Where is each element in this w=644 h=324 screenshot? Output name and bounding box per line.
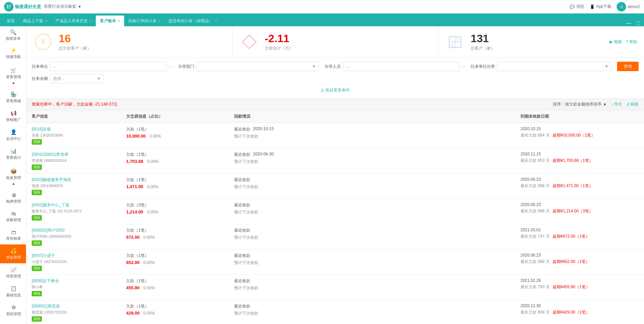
overdue-amount-7[interactable]: 超期¥429.00（1笔）	[553, 310, 590, 315]
unit-category-select[interactable]: ▼	[497, 62, 612, 71]
sidebar-item-batch-mgmt[interactable]: 📦 批发管理 ▲	[0, 165, 26, 189]
messages-btn[interactable]: 💬 消息	[570, 4, 584, 9]
collapse-icon: ⋀	[321, 88, 324, 93]
help-btn[interactable]: ? 帮助	[626, 39, 637, 45]
maximize-icon[interactable]: □	[635, 20, 641, 26]
customer-name-6[interactable]: [0006]去下粮仓	[32, 278, 126, 284]
stats-row: ¥ 16 总欠款客户（家） -2.11 欠款合计（万）	[26, 26, 644, 58]
sys-icon: ⚙	[11, 304, 16, 311]
sidebar-item-basic-info[interactable]: 📋 基础信息	[0, 282, 26, 301]
overdue-amount-1[interactable]: 超期¥1,703.68（1笔）	[553, 158, 593, 164]
customer-name-4[interactable]: [000002]用户2050	[32, 228, 126, 233]
customer-name-1[interactable]: [0001020001]李老师	[32, 152, 126, 157]
debt-amount-3[interactable]: 1,214.00	[126, 209, 143, 214]
sidebar-item-ops-mgmt[interactable]: 📈 经营管理	[0, 263, 26, 282]
debt-amount-0[interactable]: 10,000.00	[126, 134, 146, 139]
manager-input[interactable]	[343, 62, 459, 71]
sidebar-item-quick-nav[interactable]: ⚡ 快捷导航	[0, 44, 26, 63]
sidebar-item-ecommerce[interactable]: 🖥 电商管理	[0, 189, 26, 207]
debt-amount-4[interactable]: 672.00	[126, 235, 140, 240]
close-icon[interactable]: ×	[215, 19, 217, 23]
from-unit-input[interactable]	[50, 62, 167, 71]
customer-name-5[interactable]: [0007]小进干	[32, 253, 126, 259]
mall-icon: 🏪	[10, 91, 17, 97]
header-customer-info: 客户信息	[32, 114, 126, 119]
refresh-btn[interactable]: ↺ 刷新	[626, 101, 639, 107]
overdue-amount-3[interactable]: 超期¥1,214.00（3笔）	[553, 208, 593, 214]
tab-products-online[interactable]: 商品上下架 ×	[19, 16, 51, 26]
debt-amount-7[interactable]: 429.00	[126, 311, 140, 316]
department-select[interactable]: ▼	[196, 62, 319, 71]
debt-amount-5[interactable]: 652.00	[126, 260, 140, 265]
svg-rect-4	[452, 41, 455, 48]
filter-manager: 分管人员 ···	[325, 62, 466, 71]
overdue-amount-5[interactable]: 超期¥652.00（1笔）	[553, 259, 590, 265]
sidebar-search[interactable]: 🔍 搜索菜单	[0, 26, 26, 44]
manager-dots[interactable]: ···	[461, 64, 466, 69]
customer-info-5: [0007]小进干 小进干 18279152100 现销	[32, 253, 126, 271]
overdue-info-0: 最长欠款 884 天 超期¥10,000.00（1笔）	[521, 132, 639, 138]
customer-name-2[interactable]: [0003]畅捷服务尹海燕	[32, 177, 126, 183]
sidebar-item-sys-mgmt[interactable]: ⚙ 系统管理	[0, 301, 26, 320]
debt-amount-2[interactable]: 1,471.00	[126, 184, 143, 189]
sidebar-item-member-center[interactable]: 👤 会员中心	[0, 126, 26, 145]
export-btn[interactable]: ↑ 导出	[611, 101, 622, 107]
tab-customer-account[interactable]: 客户账本 ×	[96, 16, 124, 26]
sidebar-item-retail-stat[interactable]: 📊 零售统计	[0, 145, 26, 164]
customer-name-3[interactable]: [0002]服务中心_丁磊	[32, 202, 126, 208]
video-help-btn[interactable]: ▶ 视频	[610, 39, 622, 45]
minimize-icon[interactable]: —	[624, 20, 633, 26]
tab-home[interactable]: 首页	[3, 16, 19, 26]
last-pay-row-3: 最近收款	[234, 202, 521, 208]
debt-amount-6[interactable]: 455.90	[126, 285, 140, 290]
results-bar: 搜索结果中，客户16家，欠款金额 -21,148.07元 排序：按欠款金额倒序排…	[26, 99, 644, 110]
query-button[interactable]: 查询	[617, 62, 639, 71]
collapse-row[interactable]: ⋀ 收起更多条件	[32, 86, 639, 94]
customer-tag-2: 现销	[32, 190, 42, 195]
overdue-amount-0[interactable]: 超期¥10,000.00（1笔）	[553, 132, 595, 138]
close-icon[interactable]: ×	[118, 19, 120, 23]
customer-info-7: [000001]黄思源 黄思源 13552700226 现销	[32, 303, 126, 322]
date-info-1: 2020.11.15 最长欠款 853 天 超期¥1,703.68（1笔）	[521, 152, 639, 164]
sidebar-item-purchase-mgmt[interactable]: 🛍 采购管理	[0, 207, 26, 226]
stat-text-debt-customers: 16 总欠款客户（家）	[59, 32, 91, 51]
last-pay-row-6: 最近收款	[234, 278, 521, 284]
debt-amount-1[interactable]: 1,703.68	[126, 159, 143, 164]
brand-name: 畅捷通好生意	[15, 4, 41, 10]
overdue-amount-6[interactable]: 超期¥455.90（1笔）	[553, 284, 590, 290]
close-icon[interactable]: ×	[159, 19, 161, 23]
sidebar-item-enterprise[interactable]: 🏢 企业协同	[0, 320, 26, 324]
industry-select[interactable]: 母婴行业演示账套 ▼	[44, 4, 82, 9]
user-avatar-area[interactable]: d demo2	[617, 2, 640, 11]
app-download-btn[interactable]: 📱 App下载	[590, 4, 611, 9]
return-info-6: 最近收款 预计下次收款	[234, 278, 521, 292]
sidebar-item-marketing[interactable]: 📢 营销推广	[0, 107, 26, 126]
overdue-info-6: 最长欠款 750 天 超期¥455.90（1笔）	[521, 284, 639, 290]
customer-contact-1: 李老师 18600391516	[32, 158, 126, 163]
return-info-7: 最近收款 预计下次收款	[234, 303, 521, 318]
close-icon[interactable]: ×	[90, 19, 92, 23]
date-info-4: 2021.03.01 最长欠款 747 天 超期¥672.00（1笔）	[521, 228, 639, 239]
tab-product-history[interactable]: 产成品入库单历史 ×	[51, 16, 96, 26]
sort-control[interactable]: 排序：按欠款金额倒序排序 ▼	[553, 101, 607, 107]
table-row: [0001020001]李老师 李老师 18600391516 现销 欠款（1笔…	[26, 148, 644, 174]
sidebar-item-finance[interactable]: 💰 资金管理	[0, 244, 26, 263]
customer-name-7[interactable]: [000001]黄思源	[32, 303, 126, 309]
logo-area: 好 畅捷通好生意	[4, 2, 41, 11]
debt-info-1: 欠款（1笔） 1,703.68 0.00%	[126, 152, 234, 164]
overdue-amount-2[interactable]: 超期¥1,471.00（1笔）	[553, 183, 593, 189]
tab-goods-stat[interactable]: 进货单统计表（按商品） ×	[164, 16, 221, 26]
overdue-amount-4[interactable]: 超期¥672.00（1笔）	[553, 234, 590, 239]
from-unit-dots[interactable]: ···	[169, 64, 173, 69]
customer-tag-6: 现销	[32, 291, 42, 296]
balance-select[interactable]: 选择... ▼	[50, 74, 104, 83]
close-icon[interactable]: ×	[45, 19, 47, 23]
sidebar-item-inventory[interactable]: 🗃 库存核算	[0, 226, 26, 244]
sidebar-item-retail-mall[interactable]: 🏪 零售商城	[0, 88, 26, 107]
tab-purchase-order[interactable]: 采购订单统计表 ×	[124, 16, 165, 26]
filter-area: 往来单位 ··· 分管部门 ▼ 分管人员 ··· 往来	[26, 58, 644, 99]
sidebar-item-retail-mgmt[interactable]: 🛒 零售管理 ▲	[0, 64, 26, 88]
customer-tag-3: 现销	[32, 215, 42, 220]
svg-rect-5	[455, 39, 458, 42]
customer-name-0[interactable]: [0016]吴俊	[32, 126, 126, 132]
